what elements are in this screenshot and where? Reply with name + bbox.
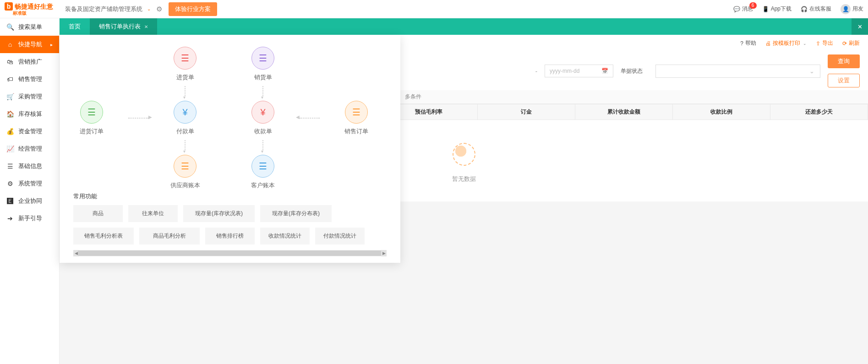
sidebar-item-purchase[interactable]: 🛒 采购管理 — [0, 88, 59, 105]
system-dropdown[interactable]: 装备及固定资产辅助管理系统 ⌄ — [65, 5, 151, 13]
tab-sales-order-exec[interactable]: 销售订单执行表 ✕ — [90, 18, 157, 35]
msg-badge: 6 — [749, 2, 757, 9]
arrow-down-icon — [262, 140, 263, 150]
export-link[interactable]: ⇪ 导出 — [816, 39, 833, 47]
doc-out-icon: ☰ — [174, 47, 197, 70]
flow-purchase: ☰ 进货订单 ☰ 进货单 ¥ 付款单 ☰ 供应商账本 — [73, 47, 203, 190]
app-download-link[interactable]: 📱 App下载 — [762, 5, 792, 13]
brand-icon: b — [5, 2, 13, 11]
quicknav-flyout: ☰ 进货订单 ☰ 进货单 ¥ 付款单 ☰ 供应商账本 — [60, 35, 400, 201]
arrow-left-icon — [300, 118, 320, 119]
col-deposit[interactable]: 订金 — [478, 104, 575, 120]
cart-icon: 🛒 — [6, 93, 14, 100]
link-icon: 🅴 — [6, 197, 14, 201]
col-receipt-ratio[interactable]: 收款比例 — [673, 104, 770, 120]
sidebar-search[interactable]: 🔍 搜索菜单 — [0, 18, 59, 36]
common-func-title: 常用功能 — [73, 192, 387, 201]
arrow-down-icon — [185, 140, 186, 150]
status-label: 单据状态 — [621, 67, 643, 75]
sidebar: 🔍 搜索菜单 ⌂ 快捷导航 ▸ 🛍 营销推广 🏷 销售管理 🛒 采购管理 🏠 库… — [0, 18, 60, 201]
money-icon: 💰 — [6, 128, 14, 135]
gear-icon: ⚙ — [6, 180, 14, 187]
node-sales-order[interactable]: ☰ 销售订单 — [338, 101, 375, 136]
tabbar-close-icon[interactable]: ✕ — [852, 18, 868, 35]
gear-icon[interactable]: ⚙ — [156, 5, 162, 13]
sidebar-item-basic[interactable]: ☰ 基础信息 — [0, 158, 59, 175]
sidebar-item-sales[interactable]: 🏷 销售管理 — [0, 71, 59, 88]
chat-icon: 💬 — [733, 6, 740, 12]
arrow-down-icon — [262, 86, 263, 96]
settings-button[interactable]: 设置 — [828, 74, 860, 87]
header-right: 💬 消息 6 📱 App下载 🎧 在线客服 👤 用友 — [733, 4, 863, 14]
app-header: b 畅捷通好生意 标准版 装备及固定资产辅助管理系统 ⌄ ⚙ 体验行业方案 💬 … — [0, 0, 868, 18]
chevron-down-icon: ⌄ — [809, 68, 814, 75]
print-icon: 🖨 — [765, 40, 771, 47]
doc-icon: ☰ — [251, 47, 274, 70]
flow-sales: ☰ 销货单 ¥ 收款单 ☰ 客户账本 ☰ 销售订单 — [245, 47, 375, 190]
phone-icon: 📱 — [762, 6, 769, 12]
calendar-icon: 📅 — [601, 68, 608, 74]
node-purchase-receipt[interactable]: ☰ 进货单 ¥ 付款单 ☰ 供应商账本 — [167, 47, 203, 190]
receipt-icon: ¥ — [251, 101, 274, 124]
sidebar-item-collab[interactable]: 🅴 企业协同 — [0, 192, 59, 201]
doc-icon: ☰ — [345, 101, 368, 124]
ledger-icon: ☰ — [174, 155, 197, 178]
close-icon[interactable]: ✕ — [144, 24, 148, 29]
gift-icon: 🛍 — [6, 58, 14, 65]
empty-text: 暂无数据 — [452, 175, 476, 183]
list-icon: ☰ — [6, 163, 14, 170]
query-button[interactable]: 查询 — [828, 54, 860, 68]
help-icon: ? — [740, 40, 743, 47]
brand-logo: b 畅捷通好生意 标准版 — [5, 2, 58, 16]
system-selector: 装备及固定资产辅助管理系统 ⌄ ⚙ — [65, 5, 162, 13]
node-sales-delivery[interactable]: ☰ 销货单 ¥ 收款单 ☰ 客户账本 — [245, 47, 281, 190]
print-link[interactable]: 🖨 按模板打印 ⌄ — [765, 39, 807, 47]
chevron-down-icon: ⌄ — [147, 6, 151, 11]
home-icon: ⌂ — [6, 41, 14, 48]
tab-bar: 首页 销售订单执行表 ✕ ✕ — [0, 18, 868, 35]
user-menu[interactable]: 👤 用友 — [841, 4, 863, 14]
sidebar-item-operation[interactable]: 📈 经营管理 — [0, 140, 59, 158]
tag-icon: 🏷 — [6, 76, 14, 83]
refresh-icon: ⟳ — [842, 40, 847, 47]
sidebar-item-marketing[interactable]: 🛍 营销推广 — [0, 53, 59, 71]
avatar-icon: 👤 — [841, 4, 851, 14]
sidebar-item-inventory[interactable]: 🏠 库存核算 — [0, 105, 59, 123]
col-days-left[interactable]: 还差多少天 — [770, 104, 868, 120]
node-purchase-order[interactable]: ☰ 进货订单 — [73, 101, 110, 136]
chart-icon: 📈 — [6, 145, 14, 152]
arrow-right-icon — [128, 118, 148, 119]
sidebar-item-finance[interactable]: 💰 资金管理 — [0, 123, 59, 140]
export-icon: ⇪ — [816, 40, 820, 47]
sidebar-item-quicknav[interactable]: ⌂ 快捷导航 ▸ — [0, 36, 59, 53]
messages-link[interactable]: 💬 消息 6 — [733, 5, 753, 13]
chevron-right-icon: ▸ — [50, 42, 53, 47]
system-name: 装备及固定资产辅助管理系统 — [65, 5, 142, 13]
refresh-link[interactable]: ⟳ 刷新 — [842, 39, 860, 47]
date-placeholder: yyyy-mm-dd — [550, 68, 579, 74]
sidebar-item-system[interactable]: ⚙ 系统管理 — [0, 175, 59, 192]
customer-ledger-icon: ☰ — [251, 155, 274, 178]
tab-home[interactable]: 首页 — [60, 18, 90, 35]
customer-service-link[interactable]: 🎧 在线客服 — [801, 5, 831, 13]
pay-icon: ¥ — [174, 101, 197, 124]
help-link[interactable]: ? 帮助 — [740, 39, 756, 47]
status-select[interactable]: ⌄ — [655, 65, 820, 78]
brand-edition: 标准版 — [13, 11, 27, 16]
arrow-down-icon — [185, 86, 186, 96]
empty-icon — [448, 138, 480, 170]
date-to-input[interactable]: yyyy-mm-dd 📅 — [545, 65, 613, 77]
headset-icon: 🎧 — [801, 6, 808, 12]
doc-in-icon: ☰ — [80, 101, 103, 124]
search-icon: 🔍 — [6, 23, 14, 31]
col-cum-receipt[interactable]: 累计收款金额 — [575, 104, 673, 120]
chevron-down-icon: ⌄ — [803, 41, 807, 46]
brand-name: 畅捷通好生意 — [15, 3, 53, 10]
cta-button[interactable]: 体验行业方案 — [169, 2, 217, 16]
warehouse-icon: 🏠 — [6, 110, 14, 118]
